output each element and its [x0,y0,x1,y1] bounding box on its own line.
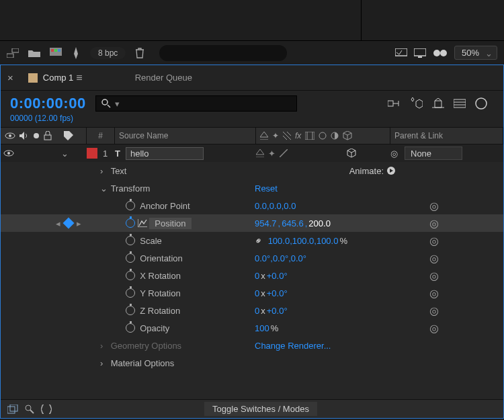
footer-braces-icon[interactable] [41,405,52,414]
tab-render-queue[interactable]: Render Queue [130,70,198,85]
svg-line-34 [30,410,34,413]
monitor-small-icon[interactable] [395,48,407,58]
material-options-row[interactable]: › Material Options [1,354,503,372]
monitor-icon[interactable] [414,48,426,58]
yrot-turns[interactable]: 0 [255,288,259,298]
zrot-turns[interactable]: 0 [255,306,259,316]
trash-icon[interactable] [135,48,144,58]
orientation-value[interactable]: 0.0°,0.0°,0.0° [255,253,306,263]
orientation-label: Orientation [140,253,183,263]
layer-twirl-icon[interactable]: ⌄ [61,149,69,159]
prev-key-icon[interactable]: ◂ [56,218,60,228]
twirl-closed-icon[interactable]: › [100,166,108,176]
lock-icon[interactable] [44,131,52,140]
link-chain-icon[interactable]: ⚭ [252,234,265,247]
anchor-pickwhip-icon[interactable]: ◎ [429,200,439,212]
text-layer-icon: T [115,149,120,159]
stopwatch-on-icon[interactable] [126,218,135,228]
stopwatch-icon[interactable] [126,201,135,210]
graph-icon[interactable] [138,219,147,227]
yrot-pickwhip-icon[interactable]: ◎ [429,287,439,300]
goggles-icon[interactable] [433,49,448,57]
3d-cube-spark-icon[interactable] [411,97,423,110]
xrot-deg[interactable]: +0.0° [267,271,288,281]
speaker-icon[interactable] [19,132,29,140]
yrot-label: Y Rotation [140,288,180,298]
close-tab-button[interactable]: × [7,72,13,83]
twirl-closed-icon[interactable]: › [100,358,108,368]
text-group-row[interactable]: › Text Animate: [1,162,503,179]
keyframe-diamond-icon[interactable] [63,218,75,229]
orientation-row: Orientation 0.0°,0.0°,0.0° ◎ [1,249,503,267]
opacity-value[interactable]: 100 [255,323,269,333]
tab-comp[interactable]: Comp 1 ≡ [23,69,88,87]
search-input[interactable]: ▾ [95,95,297,112]
motion-blur-icon[interactable] [475,97,487,110]
anchor-label: Anchor Point [140,201,190,211]
svg-point-11 [102,99,108,105]
flow-icon[interactable] [7,48,19,58]
xrot-label: X Rotation [140,271,181,281]
stopwatch-icon[interactable] [126,288,135,298]
x-rotation-row: X Rotation 0x+0.0° ◎ [1,267,503,284]
stopwatch-icon[interactable] [126,323,135,333]
tab-menu-icon[interactable]: ≡ [76,72,82,84]
frame-blend-icon[interactable] [454,98,466,109]
anchor-value[interactable]: 0.0,0.0,0.0 [255,201,296,211]
col-parent-link[interactable]: Parent & Link [390,128,503,144]
twirl-open-icon[interactable]: ⌄ [100,183,108,194]
bit-depth-button[interactable]: 8 bpc [90,47,126,59]
3d-toggle[interactable] [347,149,356,158]
scale-value[interactable]: 100.0,100.0,100.0 [268,236,339,246]
stopwatch-icon[interactable] [126,253,135,263]
layer-name-input[interactable] [126,147,204,160]
transform-group-row[interactable]: ⌄ Transform Reset [1,179,503,197]
yrot-deg[interactable]: +0.0° [267,288,288,298]
zrot-deg[interactable]: +0.0° [267,306,288,316]
shy-icon[interactable] [432,98,444,109]
xrot-pickwhip-icon[interactable]: ◎ [429,269,439,282]
col-index[interactable]: # [87,128,115,144]
geometry-options-row[interactable]: › Geometry Options Change Renderer... [1,337,503,354]
collapse-toggle[interactable]: ✦ [268,149,276,159]
graph-editor-icon[interactable] [388,98,401,109]
transform-group-label: Transform [111,183,151,194]
eye-toggle[interactable] [3,150,14,157]
position-x[interactable]: 954.7 [255,218,277,228]
current-timecode[interactable]: 0:00:00:00 [10,95,86,112]
zoom-dropdown[interactable]: 50%⌄ [454,46,497,60]
footer-layers-icon[interactable] [7,405,18,414]
reset-link[interactable]: Reset [255,183,278,194]
position-z[interactable]: 200.0 [308,218,331,228]
animate-button[interactable]: Animate: [349,166,396,176]
quality-toggle[interactable] [280,149,288,157]
svg-rect-14 [454,99,466,108]
eye-icon[interactable] [5,132,15,139]
palette-icon[interactable] [50,48,62,58]
toggle-switches-modes-button[interactable]: Toggle Switches / Modes [204,402,317,416]
layer-row[interactable]: ⌄ 1 T ✦ ◎ None [1,144,503,162]
parent-dropdown[interactable]: None [405,146,462,160]
change-renderer-link[interactable]: Change Renderer... [255,341,331,351]
xrot-turns[interactable]: 0 [255,271,259,281]
position-y[interactable]: 645.6 [282,218,304,228]
layer-color-icon[interactable] [87,148,97,159]
footer-wrench-icon[interactable] [25,405,34,414]
stopwatch-icon[interactable] [126,271,135,280]
next-key-icon[interactable]: ▸ [77,218,81,228]
position-pickwhip-icon[interactable]: ◎ [429,217,439,230]
orientation-pickwhip-icon[interactable]: ◎ [429,252,439,265]
shy-toggle[interactable] [256,149,264,157]
brush-icon[interactable] [71,47,81,59]
zrot-pickwhip-icon[interactable]: ◎ [429,304,439,317]
scale-pickwhip-icon[interactable]: ◎ [429,235,439,247]
stopwatch-icon[interactable] [126,306,135,315]
col-source-name[interactable]: Source Name [115,128,256,144]
pickwhip-icon[interactable]: ◎ [390,149,398,159]
twirl-closed-icon[interactable]: › [100,341,108,351]
label-icon[interactable] [64,131,73,140]
solo-icon[interactable] [33,132,40,139]
opacity-pickwhip-icon[interactable]: ◎ [429,322,439,335]
stopwatch-icon[interactable] [126,236,135,245]
folder-icon[interactable] [28,49,40,57]
